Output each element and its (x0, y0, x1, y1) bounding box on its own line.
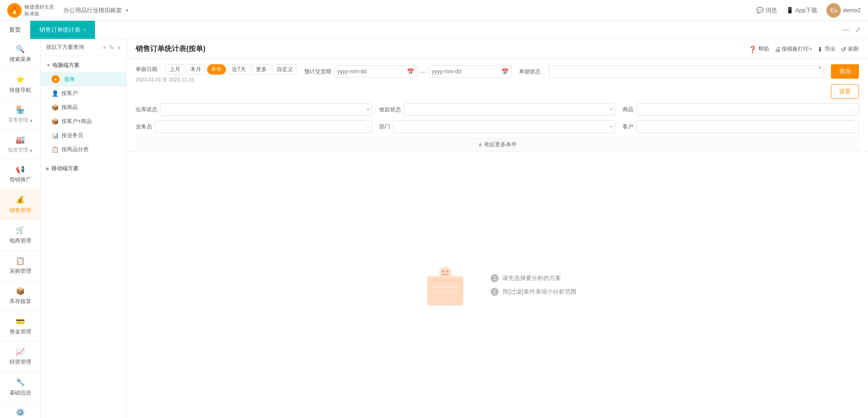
content-area: 按以下方案查询 + ✎ « ▼ 电脑端方案 ● 按单 👤 (41, 39, 868, 418)
sidebar: 🔍 搜索菜单 ⭐ 快捷导航 🏪 零售管理 ▴ 🏭 批发管理 ▴ 📢 营销推广 (0, 39, 41, 418)
product-label: 商品 (623, 106, 633, 114)
retail-arrow: ▴ (30, 117, 33, 124)
workspace-arrow[interactable]: ▾ (126, 7, 128, 14)
sidebar-item-wholesale[interactable]: 🏭 批发管理 ▴ (0, 129, 40, 159)
custom-btn[interactable]: 自定义 (273, 64, 297, 75)
minimize-icon[interactable]: — (842, 26, 849, 34)
dept-group: 部门 ▾ (379, 120, 616, 133)
sidebar-item-system[interactable]: ⚙️ 系统管理 (0, 402, 40, 418)
hint-2-num: 2 (491, 288, 499, 296)
scheme-item-by-customer[interactable]: 👤 按客户 (41, 86, 126, 100)
scheme-add-btn[interactable]: + (103, 44, 106, 51)
empty-state-area: 1 请先选择要分析的方案 2 用[过滤]条件来缩小分析范围 (127, 152, 868, 418)
tab-active[interactable]: 销售订单统计表 × (30, 21, 95, 39)
sidebar-item-purchase[interactable]: 📋 采购管理 (0, 251, 40, 281)
dept-select[interactable] (393, 120, 616, 133)
sidebar-item-ecommerce[interactable]: 🛒 电商管理 (0, 220, 40, 250)
user-profile[interactable]: Ea demo2 (826, 3, 861, 18)
scheme-item-by-salesperson[interactable]: 📊 按业务员 (41, 128, 126, 142)
shipping-status-select[interactable] (160, 103, 372, 116)
app-download-icon: 📱 (786, 7, 793, 14)
tab-home[interactable]: 首页 (0, 21, 30, 39)
tab-close-icon[interactable]: × (83, 27, 86, 33)
payment-status-select[interactable] (404, 103, 616, 116)
page-title: 销售订单统计表(按单) (136, 44, 206, 54)
product-input[interactable] (636, 103, 859, 116)
search-menu-icon: 🔍 (16, 44, 25, 54)
collapse-bar[interactable]: ∧ 收起更多条件 (136, 138, 859, 151)
quick-nav-icon: ⭐ (16, 75, 25, 85)
logo: 🔥 畅捷通好生意 标准版 (7, 3, 54, 18)
svg-point-7 (439, 266, 452, 279)
wholesale-icon: 🏭 (16, 135, 25, 145)
sidebar-item-sales[interactable]: 💰 销售管理 (0, 190, 40, 220)
sales-icon: 💰 (16, 195, 25, 205)
by-customer-icon: 👤 (52, 90, 59, 97)
scheme-collapse-btn[interactable]: « (117, 44, 121, 51)
end-date-field[interactable] (432, 68, 500, 75)
print-arrow[interactable]: ▾ (810, 47, 812, 52)
maximize-icon[interactable]: ⤢ (855, 25, 861, 34)
status-select[interactable] (549, 65, 824, 78)
expected-date-label: 预计交货期 (304, 68, 331, 76)
empty-svg (418, 260, 472, 310)
sidebar-item-marketing[interactable]: 📢 营销推广 (0, 159, 40, 190)
sidebar-item-operations[interactable]: 📈 经营管理 (0, 342, 40, 372)
sidebar-item-retail[interactable]: 🏪 零售管理 ▴ (0, 100, 40, 129)
empty-hints: 1 请先选择要分析的方案 2 用[过滤]条件来缩小分析范围 (491, 274, 576, 296)
app-download-action[interactable]: 📱 App下载 (786, 6, 817, 14)
svg-rect-0 (427, 278, 463, 305)
scheme-edit-btn[interactable]: ✎ (109, 44, 114, 51)
by-product-icon: 📦 (52, 104, 59, 111)
sidebar-item-finance[interactable]: 💳 资金管理 (0, 311, 40, 342)
start-date-field[interactable] (337, 68, 405, 75)
customer-label: 客户 (623, 123, 633, 131)
start-cal-icon: 📅 (407, 68, 414, 75)
sidebar-item-quick-nav[interactable]: ⭐ 快捷导航 (0, 69, 40, 100)
inner-layout: 按以下方案查询 + ✎ « ▼ 电脑端方案 ● 按单 👤 (41, 39, 868, 418)
scheme-item-by-product[interactable]: 📦 按商品 (41, 100, 126, 114)
refresh-btn[interactable]: ↺ 刷新 (841, 45, 859, 53)
by-category-icon: 📋 (52, 146, 59, 153)
filter-row-1: 单据日期 上月 本月 本年 近7天 更多 自定义 2023 (136, 64, 859, 99)
end-cal-icon: 📅 (501, 68, 509, 75)
filter-row-3: 业务员 ··· 部门 ▾ (136, 120, 859, 133)
more-btn[interactable]: 更多 (252, 64, 271, 75)
scheme-item-by-order[interactable]: ● 按单 (41, 72, 126, 86)
scheme-panel-header: 按以下方案查询 + ✎ « (41, 39, 126, 56)
message-action[interactable]: 💬 消息 (756, 6, 777, 14)
salesperson-group: 业务员 ··· (136, 120, 372, 133)
start-date-input[interactable]: 📅 (334, 65, 417, 78)
query-button[interactable]: 查询 (831, 64, 859, 79)
last-month-btn[interactable]: 上月 (165, 64, 184, 75)
help-btn[interactable]: ❓ 帮助 (749, 45, 769, 53)
pc-scheme-section: ▼ 电脑端方案 ● 按单 👤 按客户 📦 按商品 (41, 56, 126, 159)
this-month-btn[interactable]: 本月 (186, 64, 205, 75)
sidebar-item-basic[interactable]: 🔧 基础信息 (0, 372, 40, 402)
hint-2: 2 用[过滤]条件来缩小分析范围 (491, 288, 576, 296)
customer-input[interactable] (636, 120, 859, 133)
end-date-input[interactable]: 📅 (429, 65, 512, 78)
sidebar-item-search-menu[interactable]: 🔍 搜索菜单 (0, 39, 40, 69)
last7-btn[interactable]: 近7天 (228, 64, 250, 75)
date-range-display: 2023-01-01 至 2023-12-31 (136, 76, 297, 83)
help-icon: ❓ (749, 46, 756, 53)
hint-1-num: 1 (491, 274, 499, 282)
mobile-scheme-header[interactable]: ▶ 移动端方案 (41, 162, 126, 175)
scheme-item-by-category[interactable]: 📋 按商品分类 (41, 142, 126, 157)
sidebar-item-inventory[interactable]: 📦 库存核算 (0, 281, 40, 311)
print-btn[interactable]: 🖨 按模板打印 ▾ (774, 45, 812, 53)
scheme-item-by-customer-product[interactable]: 📦 按客户+商品 (41, 114, 126, 128)
pc-section-arrow: ▼ (46, 63, 51, 68)
operations-icon: 📈 (16, 347, 25, 357)
avatar: Ea (826, 3, 841, 18)
salesperson-input[interactable] (155, 120, 372, 133)
workspace-name: 办公用品行业模拟账套 (63, 6, 122, 14)
empty-illustration (418, 260, 472, 310)
tab-bar: 首页 销售订单统计表 × — ⤢ (0, 21, 868, 39)
settings-button[interactable]: 设置 (831, 84, 859, 99)
export-btn[interactable]: ⬇ 导出 (817, 45, 835, 53)
collapse-arrow: ∧ (478, 142, 482, 148)
this-year-btn[interactable]: 本年 (207, 64, 226, 75)
pc-scheme-header[interactable]: ▼ 电脑端方案 (41, 59, 126, 72)
